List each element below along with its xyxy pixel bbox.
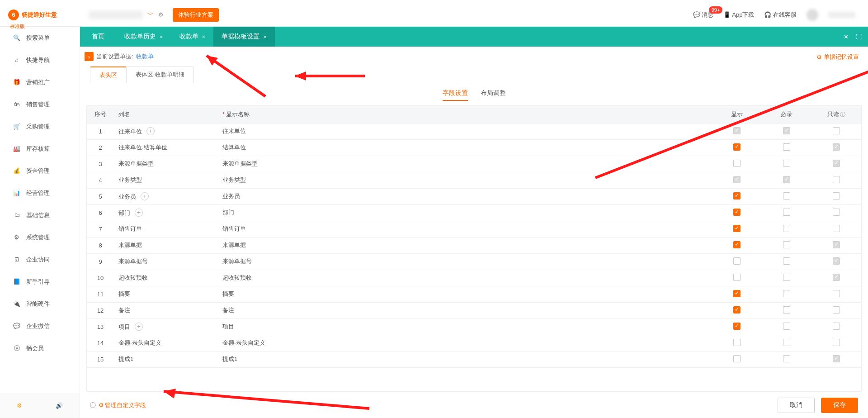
add-icon[interactable]: + bbox=[135, 323, 143, 331]
add-icon[interactable]: + bbox=[146, 127, 155, 135]
sidebar-item-13[interactable]: 💬 企业微信 bbox=[0, 315, 80, 337]
subtab-fields[interactable]: 字段设置 bbox=[443, 89, 468, 101]
checkbox[interactable] bbox=[733, 339, 741, 346]
cancel-button[interactable]: 取消 bbox=[778, 398, 815, 413]
tab-body-area[interactable]: 表体区-收款单明细 bbox=[126, 66, 194, 83]
sidebar-item-9[interactable]: ⚙ 系统管理 bbox=[0, 226, 80, 248]
checkbox[interactable] bbox=[833, 225, 840, 232]
cell-display[interactable]: 超收转预收 bbox=[218, 270, 712, 286]
plan-button[interactable]: 体验行业方案 bbox=[173, 8, 219, 22]
sidebar-item-4[interactable]: 🛒 采购管理 bbox=[0, 115, 80, 138]
checkbox[interactable] bbox=[833, 192, 840, 200]
messages-link[interactable]: 💬 消息 99+ bbox=[693, 11, 714, 19]
app-download-link[interactable]: 📱 App下载 bbox=[723, 11, 754, 19]
checkbox[interactable] bbox=[833, 306, 840, 314]
checkbox[interactable] bbox=[733, 209, 741, 216]
checkbox[interactable] bbox=[733, 355, 741, 362]
checkbox[interactable] bbox=[783, 225, 790, 232]
tenant-selector[interactable]: ﹀ ⚙ 体验行业方案 bbox=[89, 8, 219, 22]
checkbox[interactable] bbox=[833, 339, 840, 346]
checkbox[interactable] bbox=[733, 160, 741, 167]
checkbox[interactable] bbox=[733, 323, 741, 330]
cell-display[interactable]: 结算单位 bbox=[218, 139, 712, 156]
workspace-tab-1[interactable]: 收款单× bbox=[171, 27, 214, 47]
cell-display[interactable]: 销售订单 bbox=[218, 221, 712, 237]
subtab-layout[interactable]: 布局调整 bbox=[481, 89, 506, 101]
add-icon[interactable]: + bbox=[135, 209, 143, 217]
sidebar-item-12[interactable]: 🔌 智能硬件 bbox=[0, 293, 80, 315]
checkbox[interactable] bbox=[783, 274, 790, 281]
sidebar-item-14[interactable]: Ⓥ 畅会员 bbox=[0, 337, 80, 359]
checkbox[interactable] bbox=[833, 290, 840, 297]
sidebar-item-1[interactable]: ⌂ 快捷导航 bbox=[0, 49, 80, 71]
cell-display[interactable]: 来源单据类型 bbox=[218, 156, 712, 172]
cell-display[interactable]: 往来单位 bbox=[218, 123, 712, 139]
checkbox[interactable] bbox=[783, 241, 790, 248]
checkbox[interactable] bbox=[733, 290, 741, 297]
username[interactable] bbox=[828, 12, 855, 18]
checkbox[interactable] bbox=[733, 257, 741, 265]
sidebar-item-7[interactable]: 📊 经营管理 bbox=[0, 182, 80, 204]
workspace-tab-0[interactable]: 收款单历史× bbox=[116, 27, 171, 47]
checkbox[interactable] bbox=[733, 192, 741, 200]
close-icon[interactable]: × bbox=[160, 33, 163, 40]
tab-home[interactable]: 首页 bbox=[80, 27, 116, 47]
checkbox[interactable] bbox=[833, 176, 840, 183]
sound-icon[interactable]: 🔊 bbox=[56, 402, 63, 409]
save-button[interactable]: 保存 bbox=[821, 398, 858, 413]
cell-display[interactable]: 摘要 bbox=[218, 286, 712, 302]
fullscreen-icon[interactable]: ⛶ bbox=[856, 33, 862, 40]
checkbox[interactable] bbox=[783, 160, 790, 167]
help-icon[interactable]: ⓘ bbox=[840, 111, 845, 118]
expand-icon[interactable]: › bbox=[85, 52, 94, 61]
cell-display[interactable]: 来源单据 bbox=[218, 237, 712, 253]
manage-custom-fields-link[interactable]: 管理自定义字段 bbox=[99, 401, 146, 409]
settings-icon[interactable]: ⚙ bbox=[17, 402, 22, 409]
cell-display[interactable]: 业务类型 bbox=[218, 172, 712, 188]
gear-icon[interactable]: ⚙ bbox=[158, 11, 164, 18]
checkbox[interactable] bbox=[783, 355, 790, 362]
sidebar-item-10[interactable]: 🗓 企业协同 bbox=[0, 248, 80, 271]
cell-display[interactable]: 金额-表头自定义 bbox=[218, 335, 712, 351]
sidebar-item-3[interactable]: 🛍 销售管理 bbox=[0, 93, 80, 115]
sidebar-item-5[interactable]: 🏭 库存核算 bbox=[0, 138, 80, 160]
checkbox[interactable] bbox=[733, 143, 741, 151]
sidebar-item-11[interactable]: 📘 新手引导 bbox=[0, 271, 80, 293]
checkbox[interactable] bbox=[733, 225, 741, 232]
add-icon[interactable]: + bbox=[141, 192, 149, 200]
checkbox[interactable] bbox=[783, 209, 790, 216]
checkbox[interactable] bbox=[733, 241, 741, 248]
avatar[interactable] bbox=[807, 9, 818, 21]
checkbox[interactable] bbox=[833, 323, 840, 330]
cell-display[interactable]: 部门 bbox=[218, 204, 712, 221]
help-icon[interactable]: ⓘ bbox=[90, 401, 96, 409]
cell-display[interactable]: 备注 bbox=[218, 302, 712, 318]
checkbox[interactable] bbox=[783, 323, 790, 330]
checkbox[interactable] bbox=[783, 339, 790, 346]
current-doc-link[interactable]: 收款单 bbox=[136, 52, 154, 61]
cell-display[interactable]: 项目 bbox=[218, 318, 712, 335]
checkbox[interactable] bbox=[783, 257, 790, 265]
checkbox[interactable] bbox=[833, 127, 840, 134]
sidebar-item-0[interactable]: 🔍 搜索菜单 bbox=[0, 27, 80, 49]
checkbox[interactable] bbox=[833, 209, 840, 216]
checkbox[interactable] bbox=[733, 274, 741, 281]
workspace-tab-2[interactable]: 单据模板设置× bbox=[213, 27, 275, 47]
checkbox[interactable] bbox=[783, 192, 790, 200]
memory-settings-link[interactable]: 单据记忆设置 bbox=[816, 53, 859, 61]
close-icon[interactable]: × bbox=[263, 33, 267, 40]
checkbox[interactable] bbox=[783, 290, 790, 297]
sidebar-item-2[interactable]: 🎁 营销推广 bbox=[0, 71, 80, 93]
tab-header-area[interactable]: 表头区 bbox=[90, 66, 127, 83]
close-icon[interactable]: × bbox=[202, 33, 206, 40]
cell-display[interactable]: 来源单据号 bbox=[218, 253, 712, 270]
cell-display[interactable]: 业务员 bbox=[218, 188, 712, 204]
sidebar-item-6[interactable]: 💰 资金管理 bbox=[0, 160, 80, 182]
close-all-icon[interactable]: ✕ bbox=[844, 33, 849, 40]
online-service-link[interactable]: 🎧 在线客服 bbox=[764, 11, 797, 19]
cell-display[interactable]: 提成1 bbox=[218, 351, 712, 367]
sidebar-item-8[interactable]: 🗂 基础信息 bbox=[0, 204, 80, 226]
checkbox[interactable] bbox=[783, 143, 790, 151]
checkbox[interactable] bbox=[783, 306, 790, 314]
checkbox[interactable] bbox=[733, 306, 741, 314]
